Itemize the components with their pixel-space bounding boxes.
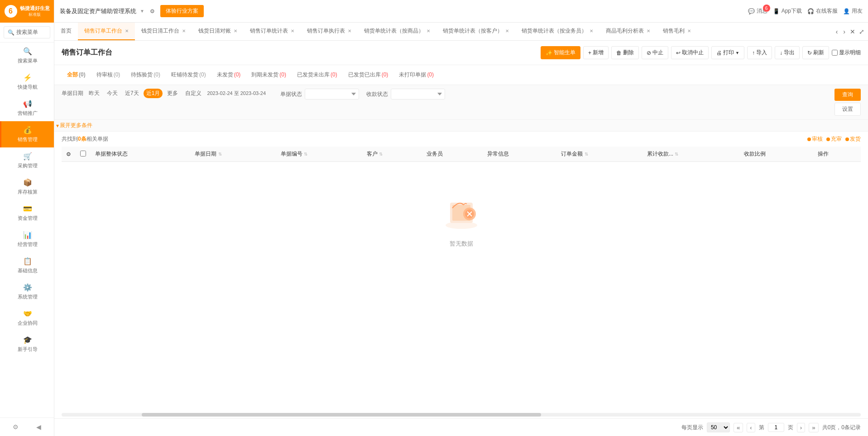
- tab-close-sales_exec[interactable]: ✕: [348, 28, 351, 33]
- tab-close-sales_summary_customer[interactable]: ✕: [505, 28, 509, 33]
- tab-close-product_margin[interactable]: ✕: [647, 28, 650, 33]
- sub-tab-not_printed[interactable]: 未打印单据(0): [393, 69, 439, 81]
- col-date[interactable]: 单据日期 ⇅: [190, 147, 276, 162]
- tab-sales_summary_customer[interactable]: 销货单统计表（按客户）✕: [436, 23, 515, 40]
- show-detail-checkbox-label[interactable]: 显示明细: [832, 49, 861, 57]
- tab-close-sales_summary_staff[interactable]: ✕: [590, 28, 593, 33]
- col-settings[interactable]: ⚙: [62, 147, 76, 162]
- tab-scroll-left-button[interactable]: ‹: [833, 28, 841, 35]
- sub-tab-shipped_not_out[interactable]: 已发货未出库(0): [292, 69, 343, 81]
- sidebar-item-purchase[interactable]: 🛒采购管理: [0, 147, 54, 174]
- sidebar-item-enterprise[interactable]: 🤝企业协同: [0, 305, 54, 331]
- tab-close-sales_stats[interactable]: ✕: [291, 28, 294, 33]
- next-page-button[interactable]: ›: [797, 423, 805, 432]
- tab-cash_daily[interactable]: 钱货日清工作台✕: [135, 23, 192, 40]
- sidebar-item-newbie[interactable]: 🎓新手引导: [0, 331, 54, 357]
- message-button[interactable]: 💬 消息 6: [748, 7, 767, 15]
- col-action: 操作: [813, 147, 861, 162]
- last-page-button[interactable]: »: [809, 423, 818, 432]
- online-service-button[interactable]: 🎧 在线客服: [807, 7, 838, 15]
- prev-page-button[interactable]: ‹: [747, 423, 755, 432]
- sidebar-item-quicknav[interactable]: ⚡快捷导航: [0, 69, 54, 95]
- sub-tab-pending_inspect[interactable]: 待拣验货(0): [125, 69, 166, 81]
- add-button[interactable]: + 新增: [583, 46, 609, 59]
- query-button[interactable]: 查询: [834, 89, 861, 101]
- sidebar-search-button[interactable]: 🔍 搜索菜单: [4, 26, 50, 38]
- date-option-自定义[interactable]: 自定义: [182, 89, 204, 98]
- horizontal-scrollbar[interactable]: [62, 413, 861, 417]
- tab-sales_profit[interactable]: 销售毛利✕: [657, 23, 697, 40]
- per-page-select[interactable]: 10 20 50 100: [707, 422, 730, 432]
- show-detail-checkbox[interactable]: [832, 50, 838, 56]
- table-action-发货[interactable]: 发货: [845, 135, 861, 143]
- date-option-今天[interactable]: 今天: [104, 89, 120, 98]
- sub-tab-shipped_out[interactable]: 已发货已出库(0): [343, 69, 394, 81]
- smart-create-button[interactable]: ✨ 智能生单: [541, 46, 580, 59]
- tab-close-cash_reconcile[interactable]: ✕: [234, 28, 237, 33]
- tab-close-cash_daily[interactable]: ✕: [182, 28, 186, 33]
- sub-tab-not_shipped[interactable]: 未发货(0): [211, 69, 246, 81]
- date-option-昨天[interactable]: 昨天: [86, 89, 102, 98]
- tab-sales_exec[interactable]: 销售订单执行表✕: [301, 23, 358, 40]
- tab-close-sales_workbench[interactable]: ✕: [125, 28, 129, 33]
- table-action-充审[interactable]: 充审: [826, 135, 842, 143]
- date-option-近7天[interactable]: 近7天: [122, 89, 142, 98]
- col-amount[interactable]: 订单金额 ⇅: [556, 147, 643, 162]
- date-option-更多[interactable]: 更多: [164, 89, 181, 98]
- export-button[interactable]: ↓ 导出: [775, 46, 800, 59]
- sidebar-settings-button[interactable]: ⚙: [11, 422, 20, 432]
- status-select[interactable]: [305, 89, 359, 100]
- tab-close-sales_profit[interactable]: ✕: [687, 28, 691, 33]
- empty-text: 暂无数据: [450, 240, 473, 248]
- tab-home[interactable]: 首页: [54, 23, 78, 40]
- sub-tab-expired_not_shipped[interactable]: 到期未发货(0): [246, 69, 292, 81]
- cancel-stop-button[interactable]: ↩ 取消中止: [671, 46, 709, 59]
- tab-sales_workbench[interactable]: 销售订单工作台✕: [78, 23, 135, 40]
- table-action-buttons: 审核 充审 发货: [807, 135, 861, 143]
- sidebar-item-search[interactable]: 🔍搜索菜单: [0, 43, 54, 69]
- print-button[interactable]: 🖨 打印 ▼: [711, 46, 744, 59]
- sidebar-item-finance[interactable]: 💳资金管理: [0, 200, 54, 226]
- tab-sales_stats[interactable]: 销售订单统计表✕: [244, 23, 301, 40]
- scrollbar-thumb[interactable]: [142, 413, 542, 417]
- action-circle-icon: [807, 137, 811, 141]
- first-page-button[interactable]: «: [734, 423, 743, 432]
- sidebar-item-operation[interactable]: 📊经营管理: [0, 226, 54, 252]
- sidebar-item-basic[interactable]: 📋基础信息: [0, 252, 54, 279]
- tab-close-all-button[interactable]: ✕: [848, 28, 857, 35]
- stop-button[interactable]: ⊘ 中止: [642, 46, 668, 59]
- table-action-审核[interactable]: 审核: [807, 135, 823, 143]
- sidebar-item-sales[interactable]: 💰销售管理: [0, 121, 54, 147]
- sidebar-item-inventory[interactable]: 📦库存核算: [0, 174, 54, 200]
- tab-close-sales_summary_product[interactable]: ✕: [427, 28, 430, 33]
- sidebar-collapse-button[interactable]: ◀: [34, 422, 43, 432]
- page-input[interactable]: [768, 423, 784, 432]
- tab-sales_summary_product[interactable]: 销货单统计表（按商品）✕: [358, 23, 436, 40]
- tab-maximize-button[interactable]: ⤢: [857, 28, 866, 35]
- tab-cash_reconcile[interactable]: 钱货日清对账✕: [192, 23, 244, 40]
- tab-product_margin[interactable]: 商品毛利分析表✕: [599, 23, 657, 40]
- col-customer[interactable]: 客户 ⇅: [362, 147, 422, 162]
- user-menu-button[interactable]: 👤 用友: [843, 7, 863, 15]
- industry-solution-button[interactable]: 体验行业方案: [160, 5, 204, 17]
- sidebar-item-system[interactable]: ⚙️系统管理: [0, 279, 54, 305]
- sub-tab-wangpu_pending[interactable]: 旺铺待发货(0): [166, 69, 211, 81]
- col-received[interactable]: 累计收款... ⇅: [643, 147, 739, 162]
- tab-scroll-right-button[interactable]: ›: [840, 28, 848, 35]
- header-settings-icon[interactable]: ⚙: [148, 6, 157, 16]
- select-all-checkbox[interactable]: [80, 151, 86, 156]
- date-option-近1月[interactable]: 近1月: [144, 89, 163, 98]
- sub-tab-all[interactable]: 全部(0): [62, 69, 91, 81]
- delete-button[interactable]: 🗑 删除: [611, 46, 639, 59]
- payment-select[interactable]: [391, 89, 445, 100]
- tab-sales_summary_staff[interactable]: 销货单统计表（按业务员）✕: [515, 23, 599, 40]
- sidebar-item-marketing[interactable]: 📢营销推广: [0, 95, 54, 121]
- sub-tab-pending_review[interactable]: 待审核(0): [91, 69, 126, 81]
- col-number[interactable]: 单据编号 ⇅: [276, 147, 362, 162]
- import-button[interactable]: ↑ 导入: [747, 46, 772, 59]
- app-download-button[interactable]: 📱 App下载: [773, 7, 802, 15]
- filter-settings-button[interactable]: 设置: [834, 103, 861, 116]
- expand-filter-button[interactable]: ▾ 展开更多条件: [56, 122, 92, 129]
- refresh-button[interactable]: ↻ 刷新: [802, 46, 829, 59]
- import-icon: ↑: [752, 50, 755, 56]
